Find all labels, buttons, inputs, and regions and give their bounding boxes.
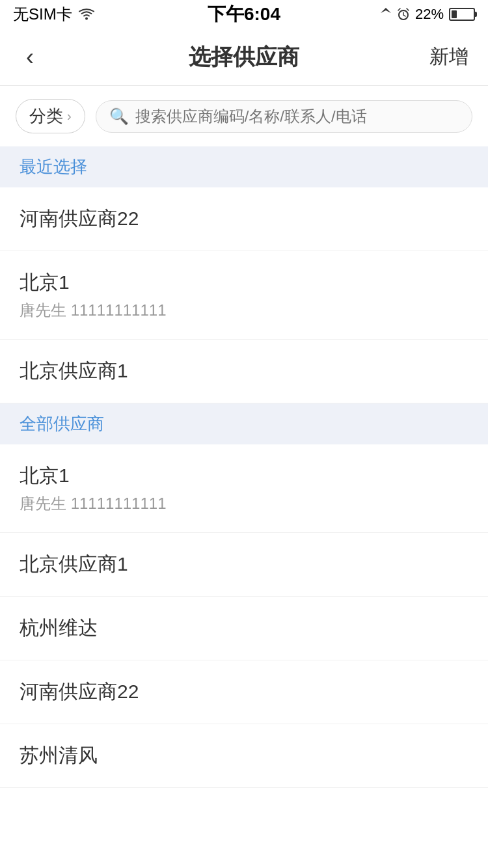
item-sub: 唐先生 11111111111 (20, 493, 468, 514)
battery-icon (449, 8, 475, 21)
battery-percent: 22% (415, 6, 444, 23)
list-item[interactable]: 河南供应商22 (0, 660, 488, 724)
search-input[interactable] (135, 107, 459, 126)
back-button[interactable]: ‹ (20, 37, 40, 77)
chevron-icon: › (67, 109, 72, 124)
filter-row: 分类 › 🔍 (0, 86, 488, 146)
list-item[interactable]: 河南供应商22 (0, 187, 488, 251)
nav-bar: ‹ 选择供应商 新增 (0, 29, 488, 86)
recent-section-label: 最近选择 (20, 157, 87, 176)
item-name: 北京1 (20, 463, 468, 489)
item-name: 苏州清风 (20, 742, 468, 769)
alarm-icon (397, 7, 410, 21)
item-name: 河南供应商22 (20, 206, 468, 232)
carrier-label: 无SIM卡 (13, 4, 72, 25)
all-section-header: 全部供应商 (0, 403, 488, 444)
page-title: 选择供应商 (189, 42, 299, 72)
list-item[interactable]: 北京供应商1 (0, 340, 488, 403)
add-button[interactable]: 新增 (429, 44, 468, 70)
all-list: 北京1唐先生 11111111111北京供应商1杭州维达河南供应商22苏州清风 (0, 444, 488, 788)
list-item[interactable]: 北京1唐先生 11111111111 (0, 251, 488, 340)
item-name: 北京1 (20, 269, 468, 296)
list-item[interactable]: 北京1唐先生 11111111111 (0, 444, 488, 533)
wifi-icon (77, 8, 96, 21)
category-label: 分类 (29, 105, 63, 128)
recent-section-header: 最近选择 (0, 146, 488, 187)
status-right: 22% (380, 6, 475, 23)
item-sub: 唐先生 11111111111 (20, 300, 468, 321)
status-time: 下午6:04 (208, 2, 280, 27)
status-bar: 无SIM卡 下午6:04 22% (0, 0, 488, 29)
item-name: 杭州维达 (20, 615, 468, 642)
location-icon (380, 7, 392, 21)
status-left: 无SIM卡 (13, 4, 96, 25)
search-box[interactable]: 🔍 (96, 100, 472, 133)
recent-list: 河南供应商22北京1唐先生 11111111111北京供应商1 (0, 187, 488, 403)
all-section-label: 全部供应商 (20, 414, 104, 433)
item-name: 北京供应商1 (20, 358, 468, 385)
list-item[interactable]: 杭州维达 (0, 597, 488, 660)
list-item[interactable]: 苏州清风 (0, 724, 488, 788)
svg-point-0 (85, 18, 88, 20)
item-name: 河南供应商22 (20, 679, 468, 705)
category-button[interactable]: 分类 › (16, 99, 85, 133)
item-name: 北京供应商1 (20, 551, 468, 578)
search-icon: 🔍 (109, 107, 129, 126)
list-item[interactable]: 北京供应商1 (0, 533, 488, 597)
